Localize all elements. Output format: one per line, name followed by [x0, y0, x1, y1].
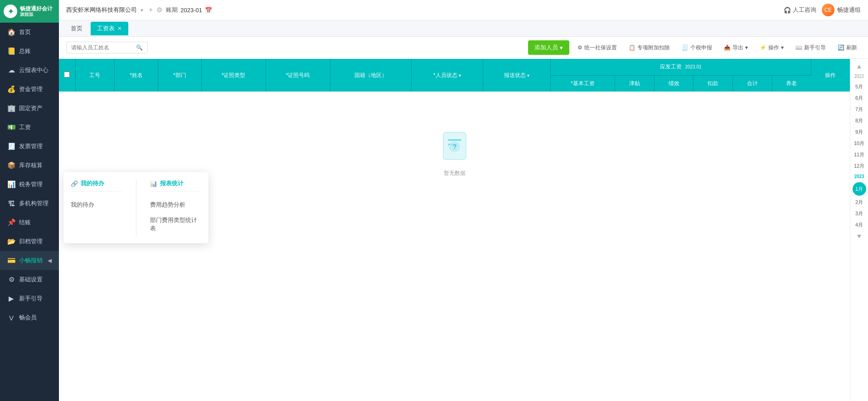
popup-stats-item-2[interactable]: 部门费用类型统计表	[150, 213, 202, 236]
company-dropdown-icon[interactable]: ▾	[141, 7, 143, 13]
toolbar: 🔍 添加人员 ▾ ⚙ 统一社保设置 📋 专项附加扣除 🧾 个税申报 📤	[59, 37, 868, 59]
sidebar-item-tax[interactable]: 📊 税务管理	[0, 175, 59, 194]
sidebar-item-home[interactable]: 🏠 首页	[0, 23, 59, 42]
sidebar-item-inventory[interactable]: 📦 库存核算	[0, 156, 59, 175]
col-total: 合计	[733, 75, 772, 92]
topbar-right: 🎧 人工咨询 CE 畅捷通组	[784, 4, 861, 16]
timeline-month-11[interactable]: 11月	[850, 149, 868, 160]
sidebar-item-finance[interactable]: 💰 资金管理	[0, 80, 59, 99]
tax-deduction-button[interactable]: 📋 专项附加扣除	[625, 42, 674, 53]
tab-salary[interactable]: 工资表 ✕	[91, 22, 128, 35]
app-title: 畅捷通好会计	[20, 5, 53, 12]
timeline-month-4[interactable]: 4月	[850, 219, 868, 231]
timeline-month-6[interactable]: 6月	[850, 92, 868, 104]
refresh-button[interactable]: 🔄 刷新	[834, 42, 861, 53]
sidebar-item-multi[interactable]: 🏗 多机构管理	[0, 194, 59, 213]
sidebar-item-ledger[interactable]: 📒 总账	[0, 42, 59, 61]
empty-icon: ?	[436, 128, 473, 164]
popup-divider	[136, 179, 136, 236]
timeline-scroll-up[interactable]: ▲	[854, 61, 864, 72]
timeline-month-12[interactable]: 12月	[850, 160, 868, 172]
timeline-month-5[interactable]: 5月	[850, 81, 868, 92]
search-icon: 🔍	[136, 44, 143, 51]
sidebar-item-vip[interactable]: V 畅会员	[0, 308, 59, 327]
operation-arrow-icon: ▾	[781, 44, 784, 51]
timeline-month-10[interactable]: 10月	[850, 138, 868, 149]
sidebar-item-salary[interactable]: 💵 工资	[0, 118, 59, 137]
social-insurance-button[interactable]: ⚙ 统一社保设置	[574, 42, 621, 53]
guide-book-icon: 📖	[795, 44, 802, 51]
settings-icon[interactable]: ⚙	[156, 6, 162, 14]
sidebar-item-invoice[interactable]: 🧾 发票管理	[0, 137, 59, 156]
popup-stats-item-1[interactable]: 费用趋势分析	[150, 197, 202, 213]
guide-button[interactable]: 📖 新手引导	[792, 42, 829, 53]
sidebar-item-closing[interactable]: 📌 结账	[0, 213, 59, 232]
sidebar-item-assets[interactable]: 🏢 固定资产	[0, 99, 59, 118]
expense-icon: 💳	[7, 256, 15, 265]
period-display: 账期 2023-01 📅	[166, 6, 212, 14]
col-pension: 养老	[772, 75, 811, 92]
add-company-icon[interactable]: +	[149, 6, 153, 14]
report-filter-icon[interactable]: ▾	[527, 73, 529, 78]
guide-icon: ▶	[7, 295, 15, 303]
timeline-month-9[interactable]: 9月	[850, 126, 868, 138]
toolbar-left: 🔍	[66, 42, 148, 53]
topbar: 西安虾米网络科技有限公司 ▾ + ⚙ 账期 2023-01 📅 🎧 人工咨询 C…	[59, 0, 868, 20]
col-allowance: 津贴	[615, 75, 654, 92]
closing-icon: 📌	[7, 218, 15, 227]
col-basic-wage: *基本工资	[550, 75, 615, 92]
ledger-icon: 📒	[7, 47, 15, 55]
timeline-month-7[interactable]: 7月	[850, 104, 868, 115]
tax-report-button[interactable]: 🧾 个税申报	[678, 42, 716, 53]
col-id: 工号	[75, 59, 115, 92]
sidebar-item-reports[interactable]: ☁ 云报表中心	[0, 61, 59, 80]
search-box[interactable]: 🔍	[66, 42, 148, 53]
chart-icon: 📊	[150, 180, 157, 187]
timeline-scroll-down[interactable]: ▼	[854, 231, 864, 242]
timeline-month-8[interactable]: 8月	[850, 115, 868, 126]
vip-icon: V	[7, 314, 15, 322]
popup-section: 🔗 我的待办 我的待办 📊 报表统计 费用趋势分析 部门费用类型统计表	[71, 179, 201, 236]
sidebar-item-basic[interactable]: ⚙ 基础设置	[0, 270, 59, 289]
sidebar-item-archive[interactable]: 📂 归档管理	[0, 232, 59, 251]
col-nation: 国籍（地区）	[330, 59, 411, 92]
headset-icon: 🎧	[784, 7, 791, 14]
col-report: 报送状态 ▾	[483, 59, 550, 92]
archive-icon: 📂	[7, 237, 15, 246]
inventory-icon: 📦	[7, 161, 15, 169]
topbar-left: 西安虾米网络科技有限公司 ▾ + ⚙ 账期 2023-01 📅	[66, 6, 212, 14]
invoice-icon: 🧾	[7, 142, 15, 150]
company-name[interactable]: 西安虾米网络科技有限公司	[66, 6, 137, 14]
wage-group-header: 应发工资 2023.01	[550, 59, 811, 75]
calendar-icon[interactable]: 📅	[205, 7, 212, 14]
timeline-month-3[interactable]: 3月	[850, 208, 868, 219]
col-status: *人员状态 ▾	[411, 59, 483, 92]
period-col-label: 2023.01	[685, 64, 701, 69]
year-2023: 2023	[854, 173, 864, 180]
tab-close-icon[interactable]: ✕	[117, 25, 122, 32]
home-icon: 🏠	[7, 28, 15, 36]
export-button[interactable]: 📤 导出 ▾	[720, 42, 752, 53]
sidebar-item-expense[interactable]: 💳 小畅报销 ◀	[0, 251, 59, 270]
add-person-button[interactable]: 添加人员 ▾	[528, 40, 569, 55]
export-arrow-icon: ▾	[745, 44, 748, 51]
sidebar-item-guide[interactable]: ▶ 新手引导	[0, 289, 59, 308]
popup-todo-item[interactable]: 我的待办	[71, 197, 122, 213]
status-filter-icon[interactable]: ▾	[459, 73, 461, 78]
timeline-month-1-active[interactable]: 1月	[853, 182, 866, 196]
period-value[interactable]: 2023-01	[180, 7, 202, 14]
col-dept: *部门	[158, 59, 201, 92]
col-performance: 绩效	[654, 75, 693, 92]
timeline-month-2[interactable]: 2月	[850, 197, 868, 208]
select-all-header[interactable]	[59, 59, 75, 92]
tax-icon: 📊	[7, 180, 15, 188]
tab-home[interactable]: 首页	[64, 22, 89, 35]
right-timeline: ▲ 2022 5月 6月 7月 8月 9月 10月 11月 12月 2023 1…	[850, 59, 868, 401]
service-button[interactable]: 🎧 人工咨询	[784, 6, 816, 14]
popup-stats-title: 📊 报表统计	[150, 179, 202, 192]
search-input[interactable]	[71, 44, 133, 51]
operation-button[interactable]: ⚡ 操作 ▾	[756, 42, 787, 53]
popup-col-todo: 🔗 我的待办 我的待办	[71, 179, 122, 236]
select-all-checkbox[interactable]	[64, 72, 70, 77]
user-avatar[interactable]: CE 畅捷通组	[822, 4, 861, 16]
